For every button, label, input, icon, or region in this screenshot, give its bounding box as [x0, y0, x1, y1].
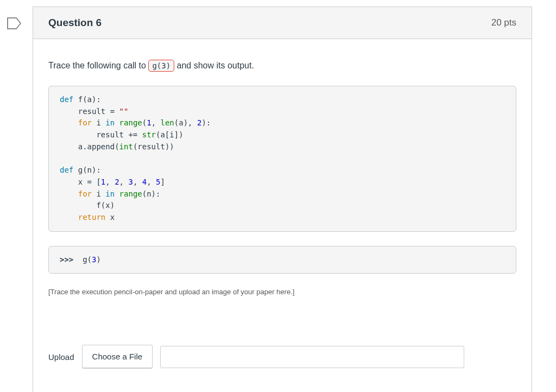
choose-file-button[interactable]: Choose a File: [82, 345, 153, 369]
prompt-text-after: and show its output.: [174, 61, 254, 70]
code-block-definitions: def f(a): result = "" for i in range(1, …: [48, 86, 516, 232]
question-prompt: Trace the following call to g(3) and sho…: [48, 61, 516, 71]
instruction-note: [Trace the execution pencil-on-paper and…: [48, 288, 516, 296]
question-body: Trace the following call to g(3) and sho…: [33, 39, 532, 392]
code-block-repl-call: >>> g(3): [48, 246, 516, 274]
question-card: Question 6 20 pts Trace the following ca…: [33, 7, 532, 392]
upload-row: Upload Choose a File: [48, 345, 516, 369]
inline-code-g3: g(3): [148, 60, 174, 72]
question-header: Question 6 20 pts: [33, 7, 532, 39]
upload-label: Upload: [48, 352, 74, 362]
prompt-text-before: Trace the following call to: [48, 61, 148, 70]
question-status-icon: [7, 17, 21, 29]
question-title: Question 6: [48, 17, 102, 29]
question-points: 20 pts: [491, 17, 516, 28]
file-path-input[interactable]: [160, 346, 464, 368]
